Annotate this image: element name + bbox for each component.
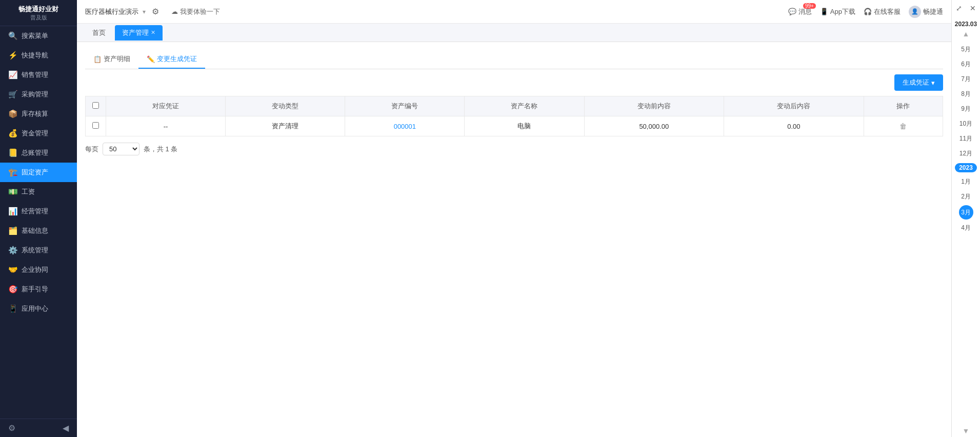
sub-tab-change-voucher[interactable]: ✏️ 变更生成凭证 [138,50,205,69]
total-text: 条，共 1 条 [144,145,177,154]
main-area: 医疗器械行业演示 ▾ ⚙ ☁ 我要体验一下 💬 消息 99+ 📱 App下载 🎧… [77,0,951,437]
row-operation: 🗑 [864,116,943,136]
logo-title: 畅捷通好业财 [18,5,58,14]
generate-voucher-button[interactable]: 生成凭证 ▾ [894,74,943,91]
sidebar: 畅捷通好业财 普及版 🔍搜索菜单⚡快捷导航📈销售管理🛒采购管理📦库存核算💰资金管… [0,0,77,437]
sidebar-item-fixed-assets[interactable]: 🏗️固定资产 [0,163,77,182]
inventory-icon: 📦 [8,109,17,118]
logo-sub: 普及版 [30,14,47,22]
dropdown-icon[interactable]: ▾ [143,8,146,15]
edit-icon: ✏️ [147,55,155,63]
guide-icon: 🎯 [8,285,17,294]
row-change-type: 资产清理 [226,116,345,136]
sidebar-item-purchase[interactable]: 🛒采购管理 [0,85,77,104]
headset-icon: 🎧 [864,8,872,15]
select-all-checkbox[interactable] [92,102,99,109]
delete-icon[interactable]: 🗑 [899,122,907,130]
month-item[interactable]: 4月 [952,221,980,235]
app-download-button[interactable]: 📱 App下载 [820,7,855,16]
topbar-left: 医疗器械行业演示 ▾ ⚙ ☁ 我要体验一下 [85,7,788,16]
phone-icon: 📱 [820,8,828,15]
message-icon: 💬 [788,8,796,15]
header-voucher: 对应凭证 [106,96,226,116]
sidebar-item-system[interactable]: ⚙️系统管理 [0,241,77,260]
table-body: -- 资产清理 000001 电脑 50,000.00 0.00 🗑 [86,116,943,136]
settings-icon[interactable]: ⚙ [8,423,15,433]
enterprise-icon: 🤝 [8,265,17,274]
month-item[interactable]: 6月 [952,57,980,72]
row-checkbox[interactable] [92,122,99,129]
sub-tab-asset-detail[interactable]: 📋 资产明细 [85,50,138,69]
cloud-icon: ☁ [171,8,178,15]
sidebar-item-quick-nav[interactable]: ⚡快捷导航 [0,46,77,65]
month-item[interactable]: 5月 [952,42,980,57]
purchase-icon: 🛒 [8,90,17,99]
experience-button[interactable]: ☁ 我要体验一下 [171,7,220,16]
sales-icon: 📈 [8,70,17,80]
header-asset-name: 资产名称 [465,96,584,116]
tab-asset-management[interactable]: 资产管理 ✕ [115,25,163,41]
row-after-change: 0.00 [724,116,864,136]
avatar: 👤 [909,6,921,18]
dropdown-arrow-icon: ▾ [931,79,935,87]
month-item[interactable]: 11月 [952,131,980,146]
month-item[interactable]: 9月 [952,102,980,116]
sidebar-item-salary[interactable]: 💵工资 [0,182,77,202]
right-panel-close-icon[interactable]: ✕ [970,4,976,12]
row-checkbox-cell [86,116,106,136]
messages-button[interactable]: 💬 消息 99+ [788,7,812,16]
sidebar-item-guide[interactable]: 🎯新手引导 [0,280,77,299]
per-page-label: 每页 [85,145,98,154]
sidebar-item-ledger[interactable]: 📒总账管理 [0,143,77,163]
company-name[interactable]: 医疗器械行业演示 [85,7,138,16]
sidebar-nav: 🔍搜索菜单⚡快捷导航📈销售管理🛒采购管理📦库存核算💰资金管理📒总账管理🏗️固定资… [0,26,77,419]
tab-close-icon[interactable]: ✕ [151,29,155,36]
month-nav-up-icon[interactable]: ▲ [961,28,972,40]
sidebar-item-app-center[interactable]: 📱应用中心 [0,299,77,319]
table-icon: 📋 [93,55,102,63]
customer-service-button[interactable]: 🎧 在线客服 [864,7,901,16]
data-table: 对应凭证 变动类型 资产编号 资产名称 变动前内容 变动后内容 操作 -- 资产… [85,96,943,136]
month-item[interactable]: 8月 [952,87,980,102]
search-icon: 🔍 [8,31,17,41]
month-item[interactable]: 10月 [952,116,980,131]
user-menu[interactable]: 👤 畅捷通 [909,6,943,18]
month-nav-down-icon[interactable]: ▼ [961,425,972,437]
ledger-icon: 📒 [8,148,17,157]
sidebar-item-basic-info[interactable]: 🗂️基础信息 [0,221,77,241]
row-asset-code: 000001 [345,116,465,136]
operations-icon: 📊 [8,207,17,216]
month-item[interactable]: 1月 [952,174,980,189]
header-after-change: 变动后内容 [724,96,864,116]
sidebar-item-search[interactable]: 🔍搜索菜单 [0,26,77,46]
collapse-icon[interactable]: ◀ [63,423,69,433]
tab-home[interactable]: 首页 [85,25,113,41]
header-checkbox-cell [86,96,106,116]
row-voucher: -- [106,116,226,136]
right-panel-expand-icon[interactable]: ⤢ [956,4,962,12]
sidebar-item-operations[interactable]: 📊经营管理 [0,202,77,221]
header-change-type: 变动类型 [226,96,345,116]
table-head: 对应凭证 变动类型 资产编号 资产名称 变动前内容 变动后内容 操作 [86,96,943,116]
per-page-select[interactable]: 50 10 20 100 [103,143,139,155]
month-item[interactable]: 2月 [952,189,980,204]
sidebar-item-sales[interactable]: 📈销售管理 [0,65,77,85]
app-center-icon: 📱 [8,304,17,313]
header-operation: 操作 [864,96,943,116]
topbar-settings-icon[interactable]: ⚙ [152,7,159,16]
topbar: 医疗器械行业演示 ▾ ⚙ ☁ 我要体验一下 💬 消息 99+ 📱 App下载 🎧… [77,0,951,24]
month-item[interactable]: 3月 [959,205,973,220]
sidebar-item-capital[interactable]: 💰资金管理 [0,124,77,143]
month-list: 5月6月7月8月9月10月11月12月20231月2月3月4月 [952,42,980,425]
sidebar-item-enterprise[interactable]: 🤝企业协同 [0,260,77,280]
nav-tabs: 首页 资产管理 ✕ [77,24,951,42]
system-icon: ⚙️ [8,246,17,255]
month-item[interactable]: 7月 [952,72,980,87]
sidebar-item-inventory[interactable]: 📦库存核算 [0,104,77,124]
table-header-bar: 生成凭证 ▾ [85,69,943,96]
header-asset-code: 资产编号 [345,96,465,116]
table-row: -- 资产清理 000001 电脑 50,000.00 0.00 🗑 [86,116,943,136]
quick-nav-icon: ⚡ [8,51,17,60]
year-marker[interactable]: 2023 [955,163,977,172]
month-item[interactable]: 12月 [952,146,980,161]
